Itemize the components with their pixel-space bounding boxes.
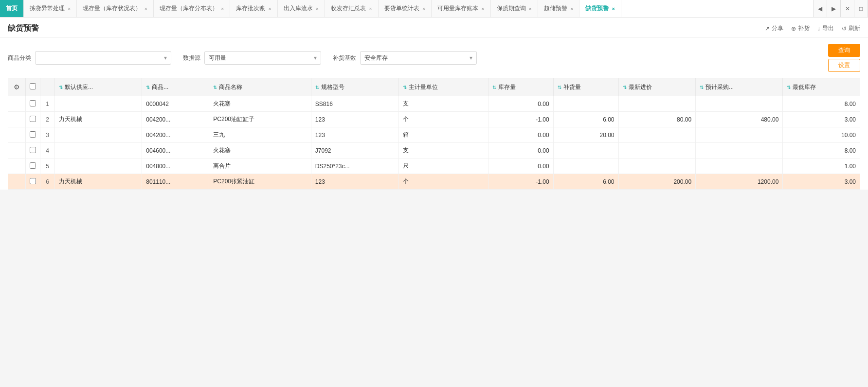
gear-settings-icon[interactable]: ⚙ [12,82,21,92]
category-select[interactable] [35,51,171,65]
table-row: 4 004600... 火花塞 J7092 支 0.00 8.00 [8,143,860,158]
tab-close-icon[interactable]: × [221,6,224,12]
th-unit[interactable]: ⇅主计量单位 [399,78,488,96]
filter-actions: 查询 设置 [828,44,860,72]
tab-close-icon[interactable]: × [570,6,573,12]
tab-close-icon[interactable]: × [481,6,484,12]
filter-bar: 商品分类 数据源 可用量 补货基数 安全库存 查询 设置 [0,38,868,78]
settings-button[interactable]: 设置 [828,59,860,72]
tab-保质期查询[interactable]: 保质期查询× [491,0,538,17]
tab-现存量（库存状况表）[interactable]: 现存量（库存状况表）× [77,0,153,17]
row-checkbox[interactable] [30,116,36,122]
th-product-code[interactable]: ⇅商品... [142,78,209,96]
category-chevron-icon [164,54,167,61]
cell-replenish-qty: 20.00 [553,127,618,143]
tab-close-icon[interactable]: × [268,6,271,12]
th-default-supplier[interactable]: ⇅默认供应... [55,78,142,96]
sort-unit-icon: ⇅ [403,85,407,90]
cell-min-stock: 10.00 [783,127,860,143]
share-icon: ↗ [765,25,770,32]
tab-label: 库存批次账 [236,4,265,13]
cell-code: 004600... [142,143,209,158]
cell-unit: 支 [399,96,488,112]
cell-replenish-qty: 6.00 [553,112,618,127]
tab-要货单统计表[interactable]: 要货单统计表× [379,0,432,17]
row-checkbox-cell [26,174,40,190]
tab-close-icon[interactable]: × [144,6,147,12]
cell-latest-price [618,158,696,174]
tab-库存批次账[interactable]: 库存批次账× [230,0,277,17]
tab-close-icon[interactable]: × [316,6,319,12]
tab-label: 要货单统计表 [384,4,419,13]
datasource-select-value: 可用量 [209,54,226,62]
row-num: 1 [40,96,55,112]
cell-replenish-qty [553,158,618,174]
tab-收发存汇总表[interactable]: 收发存汇总表× [325,0,378,17]
cell-supplier: 力天机械 [55,112,142,127]
cell-spec: 123 [311,174,399,190]
row-checkbox-cell [26,143,40,158]
cell-latest-price: 80.00 [618,112,696,127]
refresh-button[interactable]: ↺ 刷新 [842,24,860,33]
row-gear [8,96,26,112]
tab-缺货预警[interactable]: 缺货预警× [579,0,621,17]
share-button[interactable]: ↗ 分享 [765,24,783,33]
tab-首页[interactable]: 首页 [0,0,24,17]
sort-spec-icon: ⇅ [315,85,319,90]
cell-spec: DS250*23c... [311,158,399,174]
tab-超储预警[interactable]: 超储预警× [538,0,579,17]
cell-spec: SS816 [311,96,399,112]
th-product-name[interactable]: ⇅商品名称 [209,78,311,96]
query-button[interactable]: 查询 [828,44,860,57]
tab-close-icon[interactable]: × [369,6,372,12]
cell-min-stock: 3.00 [783,174,860,190]
tab-close-icon[interactable]: × [612,6,615,12]
cell-code: 004200... [142,112,209,127]
tab-label: 拣货异常处理 [30,4,65,13]
nav-maximize[interactable]: □ [854,0,868,18]
th-min-stock[interactable]: ⇅最低库存 [783,78,860,96]
datasource-select[interactable]: 可用量 [204,51,321,65]
header-actions: ↗ 分享 ⊕ 补货 ↓ 导出 ↺ 刷新 [765,24,860,33]
tab-可用量库存账本[interactable]: 可用量库存账本× [432,0,490,17]
th-stock[interactable]: ⇅库存量 [488,78,553,96]
row-num: 6 [40,174,55,190]
th-est-purchase[interactable]: ⇅预计采购... [696,78,783,96]
cell-supplier [55,158,142,174]
sort-replenish-icon: ⇅ [558,85,561,90]
tab-出入库流水[interactable]: 出入库流水× [278,0,325,17]
cell-min-stock: 1.00 [783,158,860,174]
row-checkbox[interactable] [30,147,36,153]
refresh-icon: ↺ [842,25,847,32]
tab-label: 缺货预警 [585,4,609,13]
tab-close-icon[interactable]: × [68,6,71,12]
row-num: 2 [40,112,55,127]
row-checkbox[interactable] [30,178,36,184]
replenish-select[interactable]: 安全库存 [360,51,477,65]
row-checkbox[interactable] [30,100,36,106]
th-replenish-qty[interactable]: ⇅补货量 [553,78,618,96]
select-all-checkbox[interactable] [30,83,36,89]
th-rownum [40,78,55,96]
export-button[interactable]: ↓ 导出 [817,24,834,33]
tab-close-icon[interactable]: × [422,6,425,12]
nav-arrow-right[interactable]: ▶ [827,0,841,18]
tab-现存量（库存分布表）[interactable]: 现存量（库存分布表）× [154,0,230,17]
replenish-filter: 补货基数 安全库存 [333,51,477,65]
th-latest-price[interactable]: ⇅最新进价 [618,78,696,96]
datasource-filter: 数据源 可用量 [183,51,321,65]
row-checkbox[interactable] [30,162,36,169]
table-body: 1 0000042 火花塞 SS816 支 0.00 8.00 2 力天机械 0… [8,96,860,190]
tab-close-icon[interactable]: × [529,6,532,12]
cell-unit: 支 [399,143,488,158]
page-title: 缺货预警 [8,23,765,34]
replenish-button[interactable]: ⊕ 补货 [791,24,810,33]
cell-unit: 箱 [399,127,488,143]
replenish-chevron-icon [470,54,472,61]
th-spec[interactable]: ⇅规格型号 [311,78,399,96]
category-label: 商品分类 [8,54,31,62]
row-checkbox[interactable] [30,131,36,138]
nav-close[interactable]: ✕ [841,0,854,18]
tab-拣货异常处理[interactable]: 拣货异常处理× [24,0,77,17]
nav-arrow-left[interactable]: ◀ [814,0,827,18]
